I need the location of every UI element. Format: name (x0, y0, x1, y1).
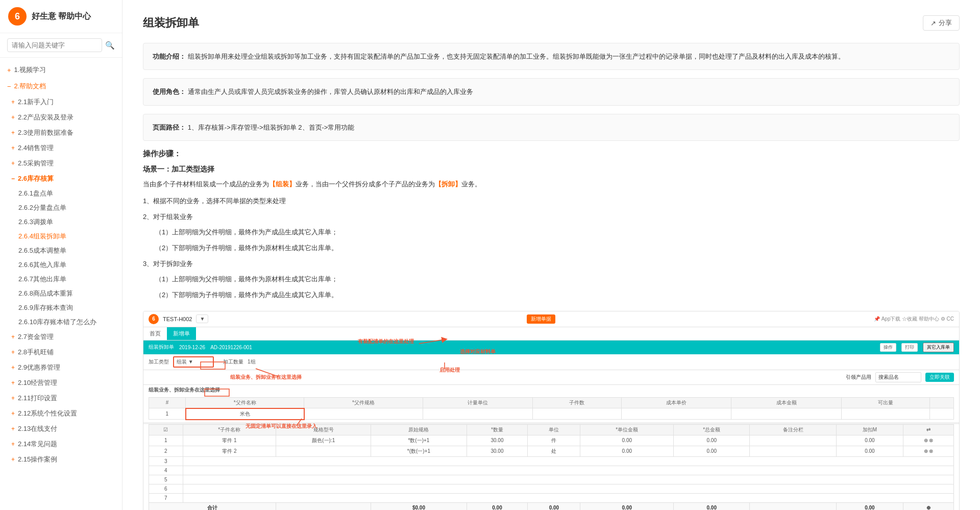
sidebar-item-c26[interactable]: − 2.6库存核算 (11, 171, 122, 186)
expand-icon: + (11, 160, 15, 167)
nav-section-2: − 2.帮助文档 + 2.1新手入门 + 2.2产品安装及登录 + 2.3使用前… (0, 78, 122, 467)
path-label: 页面路径： (153, 124, 186, 131)
sidebar-item-c210[interactable]: + 2.10经营管理 (11, 375, 122, 391)
sidebar-item-c211[interactable]: + 2.11打印设置 (11, 391, 122, 406)
search-area: 🔍 (0, 33, 122, 58)
mock-dropdown[interactable]: ▼ (196, 314, 208, 323)
sidebar-item-gc265[interactable]: 2.6.5成本调整单 (18, 244, 122, 258)
sidebar-section-label: 2.帮助文档 (14, 82, 46, 91)
collapse-icon: − (7, 83, 11, 90)
footer-c4: 0.00 (528, 502, 580, 510)
mock-type-field[interactable]: 组装 ▼ (173, 356, 214, 368)
nav-children-2: + 2.1新手入门 + 2.2产品安装及登录 + 2.3使用前数据准备 + 2.… (0, 94, 122, 467)
mock-header: 6 TEST-H002 ▼ 新增单据 📌 App下载 ☆收藏 帮助中心 ⚙ CC (143, 311, 959, 327)
share-button[interactable]: ↗ 分享 (923, 15, 960, 31)
bth-unit: 单位 (528, 424, 580, 435)
sidebar-item-gc268[interactable]: 2.6.8商品成本重算 (18, 286, 122, 301)
sidebar-item-help-docs[interactable]: − 2.帮助文档 (0, 78, 122, 94)
mock-bottom-table-area: ☑ *子件名称 规格型号 原始规格 *数量 单位 *单位金额 *总金额 备注分栏… (143, 424, 959, 510)
footer-c6: 0.00 (674, 502, 750, 510)
sidebar-item-c24[interactable]: + 2.4销售管理 (11, 140, 122, 156)
brow2-unit2: 0.00 (580, 446, 674, 456)
sidebar-item-gc261[interactable]: 2.6.1盘点单 (18, 186, 122, 201)
th-qty: 子件数 (533, 397, 621, 408)
mock-process-field[interactable]: 搜索品名 (875, 372, 921, 382)
bth-total2: *总金额 (674, 424, 750, 435)
mock-icons: 📌 App下载 ☆收藏 帮助中心 ⚙ CC (874, 315, 954, 323)
td-cost (621, 408, 731, 420)
expand-icon: + (11, 456, 15, 463)
brow2-op: 0.00 (837, 446, 903, 456)
sidebar-item-c27[interactable]: + 2.7资金管理 (11, 329, 122, 345)
sidebar-item-gc264[interactable]: 2.6.4组装拆卸单 (18, 229, 122, 244)
brow5-empty (183, 475, 953, 484)
search-input[interactable] (7, 38, 102, 52)
sidebar-item-c212[interactable]: + 2.12系统个性化设置 (11, 406, 122, 421)
logo-title: 好生意 帮助中心 (32, 11, 91, 22)
sidebar-item-gc267[interactable]: 2.6.7其他出库单 (18, 272, 122, 286)
page-title: 组装拆卸单 (143, 15, 199, 31)
sidebar-item-gc262[interactable]: 2.6.2分量盘点单 (18, 201, 122, 215)
brow2-qty: 30.00 (467, 446, 528, 456)
mock-tab-new[interactable]: 新增单 (167, 327, 196, 340)
sidebar-item-gc2610[interactable]: 2.6.10库存账本错了怎么办 (18, 315, 122, 329)
sidebar-item-c23[interactable]: + 2.3使用前数据准备 (11, 125, 122, 140)
mock-process-btn[interactable]: 立即关联 (925, 373, 954, 382)
expand-icon: + (11, 425, 15, 432)
sidebar-item-c25[interactable]: + 2.5采购管理 (11, 156, 122, 171)
role-text: 通常由生产人员或库管人员完成拆装业务的操作，库管人员确认原材料的出库和产成品的入… (188, 88, 473, 95)
brow4-empty (183, 466, 953, 475)
sidebar-item-c214[interactable]: + 2.14常见问题 (11, 436, 122, 452)
sidebar-item-c29[interactable]: + 2.9优惠券管理 (11, 360, 122, 375)
td-qty (533, 408, 621, 420)
brow2-unit: 处 (528, 446, 580, 456)
expand-icon: + (11, 114, 15, 121)
footer-c8: 0.00 (837, 502, 903, 510)
brow2-sku: *(数(一)+1 (371, 446, 467, 456)
sidebar-item-c28[interactable]: + 2.8手机旺铺 (11, 345, 122, 360)
brow4-sel: 4 (149, 466, 183, 475)
mock-btn-new[interactable]: 新增单据 (527, 314, 555, 324)
screenshot-area: 6 TEST-H002 ▼ 新增单据 📌 App下载 ☆收藏 帮助中心 ⚙ CC… (143, 311, 960, 510)
th-name: *父件名称 (186, 397, 304, 408)
sidebar-item-c22[interactable]: + 2.2产品安装及登录 (11, 110, 122, 125)
brow2-total2: 0.00 (674, 446, 750, 456)
brow6-empty (183, 484, 953, 493)
sidebar-item-c215[interactable]: + 2.15操作案例 (11, 452, 122, 467)
sidebar-item-c21[interactable]: + 2.1新手入门 (11, 94, 122, 110)
bth-sku: 原始规格 (371, 424, 467, 435)
td-name[interactable]: 米色 (186, 408, 304, 420)
sidebar-item-gc269[interactable]: 2.6.9库存账本查询 (18, 301, 122, 315)
brow1-sel: 1 (149, 435, 183, 446)
th-total: 成本金额 (731, 397, 842, 408)
sidebar-section-label: 1.视频学习 (14, 65, 46, 75)
th-cost: 成本单价 (621, 397, 731, 408)
sidebar-item-gc266[interactable]: 2.6.6其他入库单 (18, 258, 122, 272)
step-3-1: （1）上部明细为父件明细，最终作为原材料生成其它出库单； (143, 273, 960, 286)
footer-c7 (750, 502, 837, 510)
mock-tab-home[interactable]: 首页 (143, 327, 167, 340)
brow1-act: ⊕ ⊗ (903, 435, 953, 446)
mock-btn-confirm[interactable]: 其它入库单 (923, 343, 954, 352)
mock-process-row: 引领产品用 搜索品名 立即关联 (143, 370, 959, 385)
expand-icon: + (11, 410, 15, 417)
role-block: 使用角色： 通常由生产人员或库管人员完成拆装业务的操作，库管人员确认原材料的出库… (143, 78, 960, 105)
sidebar-item-c213[interactable]: + 2.13在线支付 (11, 421, 122, 436)
mock-top-table: # *父件名称 *父件规格 计量单位 子件数 成本单价 成本金额 可出量 1 (149, 397, 954, 420)
th-unit: 计量单位 (423, 397, 533, 408)
brow1-unit: 件 (528, 435, 580, 446)
search-icon[interactable]: 🔍 (105, 41, 115, 50)
expand-icon: + (11, 364, 15, 371)
mock-btn-print[interactable]: 打印 (901, 343, 918, 352)
expand-icon: + (11, 379, 15, 386)
mock-id: TEST-H002 (163, 316, 192, 322)
mock-btn-save[interactable]: 操作 (880, 343, 896, 352)
footer-c2: $0.00 (371, 502, 467, 510)
bth-sel: ☑ (149, 424, 183, 435)
ops-title: 操作步骤： (143, 149, 960, 159)
sidebar-item-video-learning[interactable]: + 1.视频学习 (0, 62, 122, 78)
brow1-name: 零件 1 (183, 435, 276, 446)
brow3-sel: 3 (149, 456, 183, 466)
brow1-total2: 0.00 (674, 435, 750, 446)
sidebar-item-gc263[interactable]: 2.6.3调拨单 (18, 215, 122, 229)
